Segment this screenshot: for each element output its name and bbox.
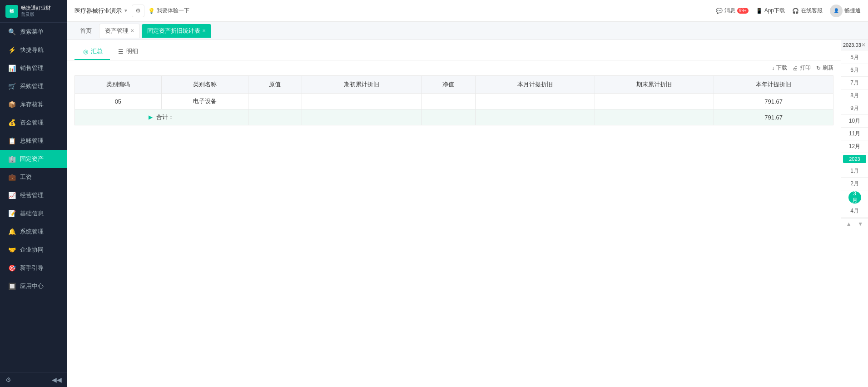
date-panel-close-icon[interactable]: ✕ [861,42,866,48]
inventory-icon: 📦 [7,100,16,109]
capital-icon: 💰 [7,118,16,127]
content-area: ◎ 汇总 ☰ 明细 ↓ 下载 🖨 打印 ↻ [67,40,868,387]
sidebar-item-label: 快捷导航 [20,46,44,54]
quicknav-icon: ⚡ [7,45,16,55]
message-button[interactable]: 💬 消息 99+ [716,7,749,15]
date-month-9[interactable]: 9月 [841,102,868,115]
row-net-value [422,94,476,109]
sidebar-item-label: 资金管理 [20,119,44,127]
refresh-label: 刷新 [823,64,833,72]
experience-icon: 💡 [148,8,155,14]
date-month-8[interactable]: 8月 [841,89,868,102]
sidebar-item-purchase[interactable]: 🛒 采购管理 [0,77,67,95]
collapse-icon[interactable]: ◀◀ [52,376,62,383]
topbar-left: 医疗器械行业演示 ▼ ⚙ 💡 我要体验一下 [74,5,189,17]
avatar: 👤 [830,5,843,17]
col-name: 类别名称 [161,76,248,94]
refresh-button[interactable]: ↻ 刷新 [816,64,833,72]
company-selector[interactable]: 医疗器械行业演示 ▼ [74,7,128,15]
total-period-accum [302,109,422,125]
inner-tab-detail-label: 明细 [126,47,138,55]
sidebar-item-label: 库存核算 [20,100,44,109]
date-month-6[interactable]: 6月 [841,64,868,77]
sales-icon: 📊 [7,64,16,73]
row-code: 05 [75,94,162,109]
tab-asset-mgmt[interactable]: 资产管理 ✕ [99,24,140,38]
tab-fixed-report[interactable]: 固定资产折旧统计表 ✕ [142,24,211,38]
tab-home-label: 首页 [80,27,92,35]
topbar-settings-button[interactable]: ⚙ [132,5,144,17]
service-label: 在线客服 [801,7,823,15]
date-section-pre2023: 5月 6月 7月 8月 9月 10月 11月 12月 [841,50,868,154]
date-panel: 2023.03 ✕ ⤢ 5月 6月 7月 8月 9月 10月 11月 12月 2… [841,40,868,387]
sidebar-item-basic[interactable]: 📝 基础信息 [0,204,67,223]
sidebar-item-label: 工资 [20,173,32,181]
date-nav-up-icon[interactable]: ▲ [846,221,852,227]
experience-label: 我要体验一下 [157,7,189,15]
user-button[interactable]: 👤 畅捷通 [830,5,861,17]
date-month-5[interactable]: 5月 [841,51,868,64]
sidebar-item-apps[interactable]: 🔲 应用中心 [0,277,67,295]
tab-asset-label: 资产管理 [105,27,129,35]
sidebar-item-label: 系统管理 [20,228,44,236]
sidebar-item-quicknav[interactable]: ⚡ 快捷导航 [0,41,67,59]
service-icon: 🎧 [792,8,799,14]
inner-tab-detail[interactable]: ☰ 明细 [110,44,145,60]
sidebar-item-sales[interactable]: 📊 销售管理 [0,59,67,77]
sidebar-item-ops[interactable]: 📈 经营管理 [0,186,67,204]
depreciation-table: 类别编码 类别名称 原值 期初累计折旧 净值 本月计提折旧 期末累计折旧 本年计… [74,75,833,125]
service-button[interactable]: 🎧 在线客服 [792,7,823,15]
download-icon: ↓ [772,65,774,71]
col-monthly-depr: 本月计提折旧 [475,76,595,94]
inner-tabs: ◎ 汇总 ☰ 明细 [67,40,841,60]
sidebar-item-fixed[interactable]: 🏢 固定资产 [0,150,67,168]
refresh-icon: ↻ [816,65,821,71]
sidebar: 畅 畅捷通好业财 普及版 🔍 搜索菜单 ⚡ 快捷导航 📊 销售管理 🛒 采购管理… [0,0,67,387]
topbar: 医疗器械行业演示 ▼ ⚙ 💡 我要体验一下 💬 消息 99+ 📱 App下载 [67,0,868,22]
tab-fixed-report-close-icon[interactable]: ✕ [202,28,206,33]
app-download-button[interactable]: 📱 App下载 [756,7,785,15]
total-original [248,109,302,125]
date-month-2023-4[interactable]: 4月 [841,205,868,218]
sidebar-item-search[interactable]: 🔍 搜索菜单 [0,23,67,41]
download-button[interactable]: ↓ 下载 [772,64,787,72]
message-label: 消息 [724,7,735,15]
toolbar: ↓ 下载 🖨 打印 ↻ 刷新 [67,60,841,75]
sidebar-item-salary[interactable]: 💼 工资 [0,168,67,186]
row-period-accum [302,94,422,109]
tab-home[interactable]: 首页 [74,24,97,38]
sidebar-item-capital[interactable]: 💰 资金管理 [0,114,67,132]
sidebar-item-guide[interactable]: 🎯 新手引导 [0,259,67,277]
summary-icon: ◎ [82,48,89,55]
print-button[interactable]: 🖨 打印 [793,64,811,72]
date-month-10[interactable]: 10月 [841,115,868,128]
sidebar-item-label: 搜索菜单 [20,28,44,36]
date-nav-down-icon[interactable]: ▼ [858,221,863,227]
date-panel-header: 2023.03 ✕ ⤢ [841,40,868,50]
sidebar-item-corp[interactable]: 🤝 企业协同 [0,241,67,259]
sidebar-item-system[interactable]: 🔔 系统管理 [0,223,67,241]
sidebar-item-label: 固定资产 [20,155,44,163]
tab-asset-close-icon[interactable]: ✕ [130,28,134,33]
date-month-12[interactable]: 12月 [841,140,868,153]
print-icon: 🖨 [793,65,798,71]
date-month-2023-2[interactable]: 2月 [841,178,868,190]
sidebar-item-label: 经营管理 [20,191,44,199]
date-year-2023: 2023 [843,155,866,163]
row-original [248,94,302,109]
ledger-icon: 📋 [7,136,16,145]
date-month-2023-1[interactable]: 1月 [841,165,868,178]
experience-button[interactable]: 💡 我要体验一下 [148,7,189,15]
col-code: 类别编码 [75,76,162,94]
sidebar-item-ledger[interactable]: 📋 总账管理 [0,132,67,150]
inner-tab-summary-label: 汇总 [91,47,103,55]
table-wrap: 类别编码 类别名称 原值 期初累计折旧 净值 本月计提折旧 期末累计折旧 本年计… [67,75,841,133]
date-month-7[interactable]: 7月 [841,77,868,89]
settings-icon[interactable]: ⚙ [5,376,11,383]
sidebar-item-inventory[interactable]: 📦 库存核算 [0,95,67,114]
date-month-2023-3[interactable]: 3月 [848,191,861,204]
date-month-11[interactable]: 11月 [841,128,868,140]
total-net-value [422,109,476,125]
inner-tab-summary[interactable]: ◎ 汇总 [74,44,110,60]
logo-sub: 普及版 [21,11,51,18]
